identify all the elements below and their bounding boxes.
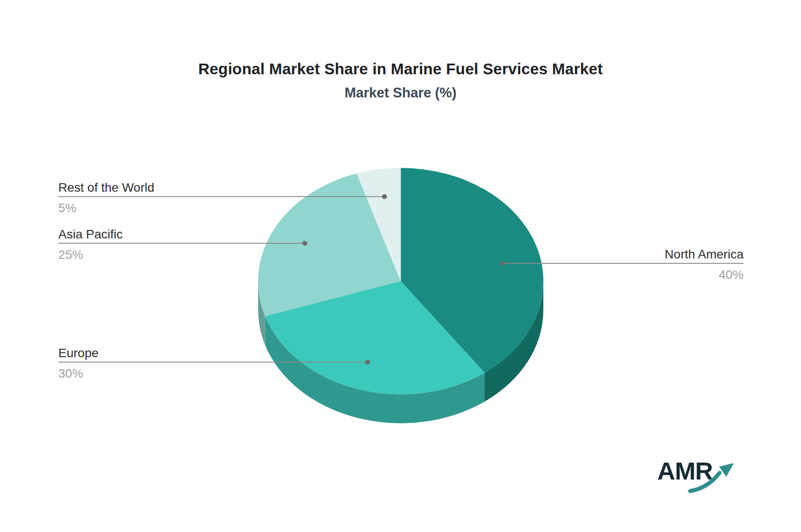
pie-chart-svg (0, 0, 801, 532)
slice-label-name-north-america: North America (665, 247, 744, 262)
slice-label-value-europe: 30% (58, 366, 83, 381)
amr-logo: AMR (657, 457, 755, 497)
slice-label-name-asia-pacific: Asia Pacific (58, 227, 123, 242)
slice-label-name-rest-of-the-world: Rest of the World (58, 180, 154, 195)
slice-label-name-europe: Europe (58, 346, 98, 361)
leader-dot-asia-pacific (303, 241, 307, 246)
leader-dot-north-america (500, 261, 505, 266)
slice-label-value-asia-pacific: 25% (58, 247, 83, 262)
logo-arrow-icon (688, 458, 736, 495)
slice-label-value-north-america: 40% (719, 267, 744, 282)
leader-dot-rest-of-the-world (382, 194, 387, 199)
chart-canvas: Regional Market Share in Marine Fuel Ser… (0, 0, 801, 532)
leader-dot-europe (365, 360, 370, 365)
slice-label-value-rest-of-the-world: 5% (58, 201, 76, 216)
